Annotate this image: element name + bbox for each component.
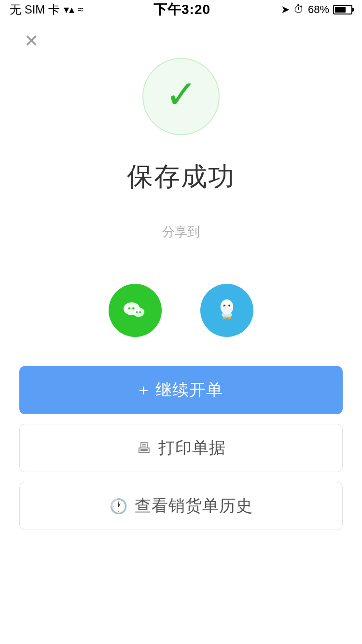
share-label: 分享到: [162, 224, 200, 240]
battery-icon: [333, 5, 352, 14]
location-icon: ➤: [281, 3, 290, 16]
svg-point-5: [139, 311, 141, 313]
history-button[interactable]: 🕐 查看销货单历史: [19, 482, 343, 530]
print-icon: 🖶: [137, 440, 152, 456]
history-label: 查看销货单历史: [135, 495, 253, 517]
divider-left: [19, 232, 153, 232]
success-title: 保存成功: [127, 159, 235, 195]
share-divider: 分享到: [19, 224, 343, 240]
print-label: 打印单据: [158, 437, 226, 459]
print-button[interactable]: 🖶 打印单据: [19, 424, 343, 472]
qq-icon: [212, 296, 241, 325]
actions: + 继续开单 🖶 打印单据 🕐 查看销货单历史: [0, 366, 362, 530]
share-section: 分享到: [0, 224, 362, 265]
status-time: 下午3:20: [153, 0, 210, 19]
status-right: ➤ ⏱ 68%: [281, 3, 352, 16]
svg-point-1: [128, 307, 131, 309]
plus-icon: +: [139, 381, 149, 400]
svg-point-4: [136, 311, 138, 313]
battery-percent: 68%: [308, 3, 329, 16]
close-icon: ✕: [24, 32, 39, 50]
wifi-icon: ▾▴ ≈: [64, 3, 83, 16]
success-circle: ✓: [142, 58, 220, 135]
close-button[interactable]: ✕: [19, 29, 43, 53]
sim-label: 无 SIM 卡: [10, 2, 60, 17]
history-icon: 🕐: [110, 498, 128, 515]
divider-right: [209, 232, 343, 232]
main-content: ✓ 保存成功 分享到: [0, 19, 362, 530]
svg-point-12: [223, 305, 231, 314]
continue-label: 继续开单: [155, 379, 223, 401]
checkmark-icon: ✓: [165, 75, 197, 114]
share-icons: [109, 284, 253, 337]
wechat-share-button[interactable]: [109, 284, 162, 337]
status-bar: 无 SIM 卡 ▾▴ ≈ 下午3:20 ➤ ⏱ 68%: [0, 0, 362, 19]
svg-point-3: [133, 308, 144, 317]
status-left: 无 SIM 卡 ▾▴ ≈: [10, 2, 83, 17]
wechat-icon: [121, 296, 150, 325]
qq-share-button[interactable]: [200, 284, 253, 337]
continue-button[interactable]: + 继续开单: [19, 366, 343, 414]
alarm-icon: ⏱: [293, 3, 304, 16]
